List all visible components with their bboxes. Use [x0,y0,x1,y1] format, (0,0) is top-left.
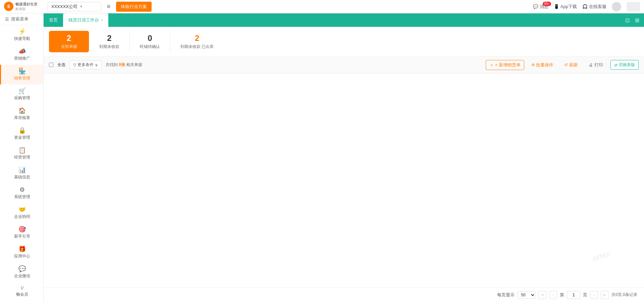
system-icon: ⚙ [19,187,25,193]
prev-page-button[interactable]: ‹ [549,291,557,299]
app-download-button[interactable]: 📱 App下载 [554,4,577,10]
page-content: 2 全部单据 2 到期未收款 0 旺铺待确认 2 到期未收款 已出库 [44,27,644,302]
company-name: XXXXXX公司 [51,4,77,10]
add-btn-label: + 新增销货单 [495,62,521,68]
per-page-label: 每页显示 [497,292,515,298]
page-suffix: 页 [583,292,587,298]
sidebar-label-finance: 资金管理 [14,135,30,140]
page-label: 第 [560,292,564,298]
sidebar-item-marketing[interactable]: 📣 营销推广 [0,45,43,65]
pagination-bar: 每页显示 50 100 200 ⊲ ‹ 第 页 › ⊳ 共0页,0条记录 [44,287,644,302]
user-name-area[interactable] [627,2,640,11]
sidebar-label-sales: 销售管理 [14,75,30,81]
watermark: OfTEn [592,250,611,263]
app-center-icon: 🎁 [18,246,26,252]
download-icon: 📱 [554,4,559,9]
tab-bar: 首页 钱货日清工作台 × ⊡ ⊞ [44,13,644,27]
company-dropdown-icon: ▼ [79,5,83,8]
sidebar-label-marketing: 营销推广 [14,56,30,61]
tab-home[interactable]: 首页 [44,13,63,27]
settings-button[interactable]: ⚙ [104,2,113,11]
message-icon: 💬 [533,4,538,9]
beginner-guide-icon: 🎯 [18,226,26,232]
messages-button[interactable]: 💬 消息 99+ [533,4,548,10]
sidebar-item-sales[interactable]: 🏪 销售管理 [0,65,43,84]
add-sales-order-button[interactable]: ＋ + 新增销货单 [486,60,524,70]
refresh-button[interactable]: ↺ 刷新 [561,60,581,70]
overdue-unpaid-label: 到期未收款 [99,44,119,50]
batch-operation-button[interactable]: ⊞ 批量操作 [528,60,557,70]
sidebar-label-operations: 经营管理 [14,155,30,160]
member-icon: V [20,286,23,290]
sidebar-label-inventory: 库存核算 [14,115,30,121]
stat-overdue-unshipped[interactable]: 2 到期未收款 已出库 [170,31,224,52]
page-number-input[interactable] [567,291,580,299]
sidebar-item-operations[interactable]: 📋 经营管理 [0,144,43,164]
header-right: 💬 消息 99+ 📱 App下载 🎧 在线客服 [533,2,640,11]
sidebar-item-purchase[interactable]: 🛒 采购管理 [0,84,43,104]
toolbar: 全选 ▽ 更多条件 ∨ 共找到 0张 相关单据 ＋ + 新增销货单 [44,57,644,74]
print-label: 打印 [594,62,603,68]
next-page-button[interactable]: › [590,291,598,299]
operations-icon: 📋 [18,147,26,153]
batch-icon: ⊞ [532,63,535,67]
all-orders-num: 2 [67,34,71,43]
tab-minimize-button[interactable]: ⊡ [623,16,632,24]
sidebar-label-quick-nav: 快捷导航 [14,36,30,42]
first-page-button[interactable]: ⊲ [538,291,546,299]
sidebar-item-finance[interactable]: 🔒 资金管理 [0,124,43,144]
print-button[interactable]: 🖨 打印 [585,60,606,70]
stats-row: 2 全部单据 2 到期未收款 0 旺铺待确认 2 到期未收款 已出库 [44,27,644,57]
filter-icon: ▽ [73,63,76,67]
sidebar-label-system: 系统管理 [14,194,30,200]
switch-icon: ⇄ [614,63,618,67]
sidebar-item-basic-info[interactable]: 📊 基础信息 [0,164,43,183]
search-icon: ☰ [5,17,9,22]
last-page-button[interactable]: ⊳ [601,291,609,299]
tab-close-icon[interactable]: × [101,18,103,22]
print-icon: 🖨 [589,62,593,67]
select-all-label: 全选 [57,62,65,68]
trial-button[interactable]: 体验行业方案 [116,2,152,12]
stat-overdue-unpaid[interactable]: 2 到期未收款 [89,31,130,52]
switch-label: 切换新版 [619,62,635,68]
sidebar-label-member: 畅会员 [16,292,28,297]
content-area: 首页 钱货日清工作台 × ⊡ ⊞ 2 全部单据 2 到期未收款 [44,13,644,302]
stat-pending-confirm[interactable]: 0 旺铺待确认 [130,31,170,52]
pending-confirm-label: 旺铺待确认 [140,44,160,50]
select-all-checkbox[interactable] [49,63,53,67]
toolbar-right: ＋ + 新增销货单 ⊞ 批量操作 ↺ 刷新 🖨 打印 [486,60,639,70]
overdue-unpaid-num: 2 [107,34,111,43]
found-suffix: 相关单据 [126,62,142,67]
add-icon: ＋ [489,62,494,68]
app-version: 标准版 [15,7,38,11]
sidebar-item-member[interactable]: V 畅会员 [0,282,43,301]
sidebar-item-inventory[interactable]: 🏠 库存核算 [0,104,43,124]
sidebar-item-quick-nav[interactable]: ⚡ 快捷导航 [0,25,43,45]
sidebar-label-search: 搜索菜单 [11,16,29,22]
switch-version-button[interactable]: ⇄ 切换新版 [610,60,639,70]
service-icon: 🎧 [582,4,588,9]
company-selector[interactable]: XXXXXX公司 ▼ [48,2,101,11]
stat-all-orders[interactable]: 2 全部单据 [49,31,89,52]
online-service-button[interactable]: 🎧 在线客服 [582,4,606,10]
avatar[interactable] [612,2,621,11]
sidebar-item-beginner-guide[interactable]: 🎯 新手引导 [0,223,43,243]
found-prefix: 共找到 [106,62,118,67]
top-header: 6 畅捷通好生意 标准版 XXXXXX公司 ▼ ⚙ 体验行业方案 💬 消息 99… [0,0,644,13]
batch-btn-label: 批量操作 [536,62,553,68]
overdue-unshipped-label: 到期未收款 已出库 [180,44,214,50]
tab-maximize-button[interactable]: ⊞ [633,16,641,24]
purchase-icon: 🛒 [18,88,26,94]
main-layout: ☰ 搜索菜单 ⚡ 快捷导航 📣 营销推广 🏪 销售管理 🛒 采购管理 🏠 库存核… [0,13,644,302]
sidebar-item-search-menu[interactable]: ☰ 搜索菜单 [0,13,43,25]
tab-active[interactable]: 钱货日清工作台 × [63,13,108,27]
sidebar-item-app-center[interactable]: 🎁 应用中心 [0,243,43,262]
sidebar-item-system[interactable]: ⚙ 系统管理 [0,183,43,203]
gear-icon: ⚙ [107,4,111,9]
filter-button[interactable]: ▽ 更多条件 ∨ [69,60,102,69]
sidebar-item-enterprise-wechat[interactable]: 💬 企业微信 [0,262,43,282]
inventory-icon: 🏠 [18,108,26,114]
per-page-select[interactable]: 50 100 200 [517,291,536,299]
sidebar-item-enterprise-coop[interactable]: 🤝 企业协同 [0,203,43,223]
